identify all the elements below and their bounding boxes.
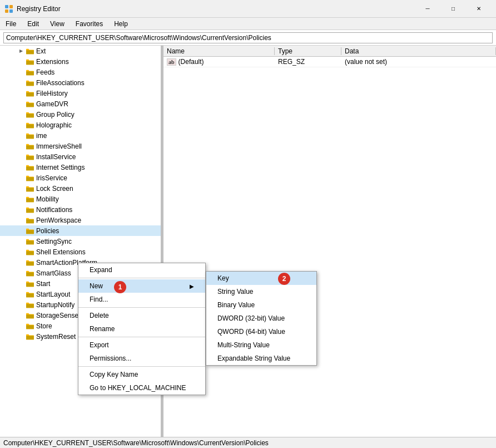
- ctx-item-delete[interactable]: Delete: [78, 309, 205, 322]
- folder-icon: [26, 279, 34, 288]
- tree-arrow: [17, 174, 26, 183]
- tree-label: SettingSync: [36, 238, 72, 245]
- context-menu: ExpandNew▶Find...DeleteRenameExportPermi…: [78, 263, 206, 395]
- ctx-item-copy-key-name[interactable]: Copy Key Name: [78, 368, 205, 381]
- status-bar: Computer\HKEY_CURRENT_USER\Software\Micr…: [0, 437, 496, 448]
- folder-icon: [26, 100, 34, 109]
- tree-arrow: [17, 195, 26, 204]
- folder-icon: [26, 290, 34, 299]
- tree-arrow: [17, 68, 26, 77]
- address-input[interactable]: [3, 32, 493, 43]
- svg-rect-1: [9, 5, 13, 8]
- tree-arrow: [17, 205, 26, 214]
- sub-item-dword-value[interactable]: DWORD (32-bit) Value: [206, 312, 316, 325]
- folder-icon: [26, 258, 34, 267]
- tree-label: Shell Extensions: [36, 248, 86, 256]
- menu-edit[interactable]: Edit: [22, 19, 44, 29]
- tree-item-internet-settings[interactable]: Internet Settings: [0, 162, 161, 173]
- tree-item-filehistory[interactable]: FileHistory: [0, 88, 161, 99]
- tree-item-installservice[interactable]: InstallService: [0, 151, 161, 162]
- sub-item-qword-value[interactable]: QWORD (64-bit) Value: [206, 325, 316, 338]
- tree-label: Ext: [36, 47, 46, 55]
- ctx-item-permissions[interactable]: Permissions...: [78, 352, 205, 365]
- ctx-item-new[interactable]: New▶: [78, 279, 205, 293]
- ctx-item-goto-hklm[interactable]: Go to HKEY_LOCAL_MACHINE: [78, 381, 205, 395]
- tree-item-gamedvr[interactable]: GameDVR: [0, 99, 161, 109]
- tree-item-extensions[interactable]: Extensions: [0, 56, 161, 67]
- tree-item-penworkspace[interactable]: PenWorkspace: [0, 215, 161, 225]
- tree-item-mobility[interactable]: Mobility: [0, 194, 161, 204]
- table-row[interactable]: ab (Default) REG_SZ (value not set): [163, 57, 496, 67]
- tree-label: ime: [36, 132, 47, 140]
- folder-icon: [26, 301, 34, 309]
- tree-label: Group Policy: [36, 111, 75, 119]
- status-text: Computer\HKEY_CURRENT_USER\Software\Micr…: [3, 439, 269, 447]
- folder-icon: [26, 89, 34, 98]
- tree-arrow: [17, 258, 26, 267]
- sub-item-multi-string-value[interactable]: Multi-String Value: [206, 338, 316, 352]
- ctx-separator: [78, 337, 205, 337]
- sub-item-string-value[interactable]: String Value: [206, 285, 316, 298]
- ctx-item-rename[interactable]: Rename: [78, 322, 205, 336]
- tree-label: InstallService: [36, 153, 76, 161]
- tree-arrow: [17, 163, 26, 172]
- tree-arrow: [17, 332, 26, 341]
- col-name: Name: [163, 47, 275, 55]
- folder-icon: [26, 68, 34, 77]
- tree-item-policies[interactable]: Policies: [0, 225, 161, 236]
- row-data: (value not set): [341, 58, 496, 66]
- close-button[interactable]: ✕: [466, 0, 492, 18]
- folder-icon: [26, 47, 34, 56]
- sub-item-binary-value[interactable]: Binary Value: [206, 298, 316, 312]
- tree-item-feeds[interactable]: Feeds: [0, 67, 161, 77]
- folder-icon: [26, 184, 34, 193]
- tree-item-ime[interactable]: ime: [0, 130, 161, 141]
- tree-arrow: [17, 248, 26, 257]
- ctx-item-expand[interactable]: Expand: [78, 263, 205, 277]
- tree-item-notifications[interactable]: Notifications: [0, 204, 161, 215]
- tree-label: Internet Settings: [36, 164, 85, 171]
- tree-label: FileAssociations: [36, 79, 85, 87]
- tree-label: ImmersiveShell: [36, 142, 82, 150]
- tree-item-lock-screen[interactable]: Lock Screen: [0, 183, 161, 194]
- row-type: REG_SZ: [275, 58, 341, 66]
- tree-item-holographic[interactable]: Holographic: [0, 120, 161, 130]
- folder-icon: [26, 248, 34, 257]
- folder-icon: [26, 131, 34, 140]
- window-controls: ─ □ ✕: [415, 0, 492, 18]
- tree-arrow: [17, 110, 26, 119]
- ctx-item-export[interactable]: Export: [78, 338, 205, 352]
- tree-item-group-policy[interactable]: Group Policy: [0, 109, 161, 120]
- svg-rect-2: [5, 9, 8, 13]
- menu-view[interactable]: View: [44, 19, 70, 29]
- tree-arrow: [17, 279, 26, 288]
- sub-item-expandable-string-value[interactable]: Expandable String Value: [206, 352, 316, 365]
- tree-label: SmartGlass: [36, 269, 71, 277]
- minimize-button[interactable]: ─: [415, 0, 440, 18]
- submenu: KeyString ValueBinary ValueDWORD (32-bit…: [206, 271, 317, 366]
- tree-item-fileassociations[interactable]: FileAssociations: [0, 77, 161, 88]
- tree-arrow: [17, 184, 26, 193]
- tree-arrow: [17, 57, 26, 66]
- tree-label: StorageSense: [36, 312, 78, 319]
- tree-item-settingsync[interactable]: SettingSync: [0, 236, 161, 247]
- folder-icon: [26, 216, 34, 225]
- ctx-separator: [78, 307, 205, 308]
- tree-item-immersiveshell[interactable]: ImmersiveShell: [0, 141, 161, 151]
- tree-arrow: [17, 311, 26, 320]
- menu-file[interactable]: File: [0, 19, 22, 29]
- maximize-button[interactable]: □: [440, 0, 466, 18]
- tree-item-ext[interactable]: ▶ Ext: [0, 46, 161, 56]
- ctx-item-find[interactable]: Find...: [78, 293, 205, 306]
- col-data: Data: [341, 47, 496, 55]
- row-name: ab (Default): [163, 58, 275, 66]
- sub-item-key[interactable]: Key: [206, 272, 316, 285]
- menu-help[interactable]: Help: [108, 19, 133, 29]
- tree-item-irisservice[interactable]: IrisService: [0, 173, 161, 183]
- menu-favorites[interactable]: Favorites: [70, 19, 108, 29]
- folder-icon: [26, 227, 34, 235]
- tree-label: Store: [36, 322, 52, 330]
- tree-label: SystemReset: [36, 333, 76, 341]
- folder-icon: [26, 269, 34, 278]
- tree-item-shell-extensions[interactable]: Shell Extensions: [0, 247, 161, 257]
